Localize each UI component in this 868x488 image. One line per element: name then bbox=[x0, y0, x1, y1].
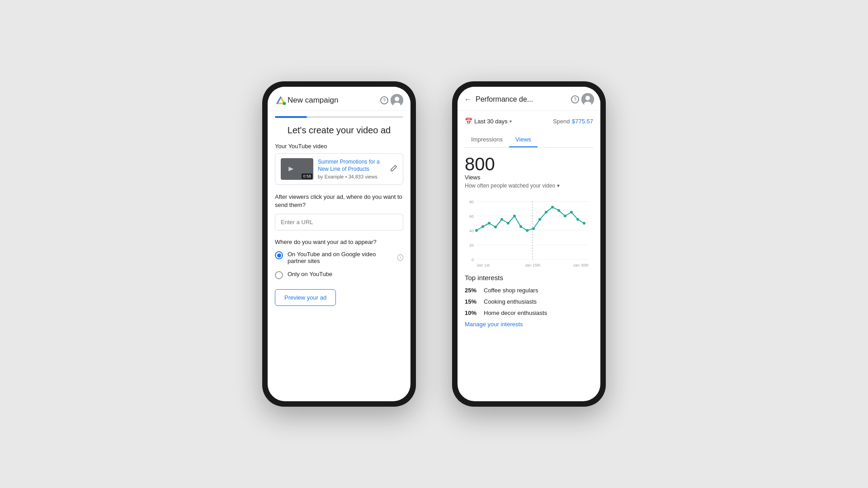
manage-interests-link[interactable]: Manage your interests bbox=[465, 321, 593, 328]
svg-point-33 bbox=[526, 229, 528, 232]
back-button[interactable]: ← bbox=[464, 95, 472, 104]
svg-text:0: 0 bbox=[472, 258, 474, 262]
video-title: Summer Promotions for a New Line of Prod… bbox=[318, 159, 390, 173]
progress-bar-fill bbox=[275, 116, 307, 118]
interest-name-2: Home decor enthusiasts bbox=[484, 310, 547, 316]
interest-row-0: 25% Coffee shop regulars bbox=[465, 287, 593, 294]
svg-point-29 bbox=[500, 218, 503, 221]
svg-point-37 bbox=[551, 206, 554, 208]
svg-text:20: 20 bbox=[469, 243, 474, 248]
interest-row-2: 10% Home decor enthusiasts bbox=[465, 310, 593, 316]
help-icon[interactable]: ? bbox=[378, 94, 391, 107]
phone2-title: Performance de... bbox=[476, 95, 565, 103]
tabs-row: Impressions Views bbox=[465, 132, 593, 148]
calendar-icon: 📅 bbox=[465, 117, 472, 125]
radio-unselected-icon[interactable] bbox=[275, 271, 283, 279]
spend-value: $775.57 bbox=[572, 118, 593, 125]
svg-point-12 bbox=[585, 96, 590, 100]
help-icon-2[interactable]: ? bbox=[569, 93, 581, 106]
svg-text:80: 80 bbox=[469, 200, 474, 204]
radio-option-youtube-google[interactable]: On YouTube and on Google video partner s… bbox=[275, 251, 403, 264]
progress-bar-container bbox=[268, 111, 410, 118]
metric-sub[interactable]: How often people watched your video ▾ bbox=[465, 183, 593, 189]
svg-point-36 bbox=[545, 211, 547, 214]
preview-ad-button[interactable]: Preview your ad bbox=[275, 289, 336, 306]
video-meta: by Example • 34,833 views bbox=[318, 174, 390, 179]
svg-point-25 bbox=[475, 229, 478, 232]
radio-selected-icon[interactable] bbox=[275, 251, 283, 259]
video-duration: 0:58 bbox=[302, 174, 312, 179]
youtube-section-label: Your YouTube video bbox=[275, 143, 403, 150]
svg-point-42 bbox=[583, 222, 585, 225]
phone1-header: New campaign ? bbox=[268, 87, 410, 111]
date-selector[interactable]: 📅 Last 30 days ▾ bbox=[465, 117, 512, 125]
radio-option-youtube-only[interactable]: Only on YouTube bbox=[275, 271, 403, 279]
top-interests-title: Top interests bbox=[465, 274, 593, 282]
date-label: Last 30 days bbox=[474, 118, 508, 125]
svg-text:?: ? bbox=[383, 98, 386, 103]
svg-point-34 bbox=[532, 227, 535, 230]
phone1-content: Let's create your video ad Your YouTube … bbox=[268, 118, 410, 401]
svg-point-27 bbox=[488, 222, 491, 225]
svg-line-1 bbox=[277, 97, 281, 103]
svg-text:Jan 30th: Jan 30th bbox=[573, 263, 589, 267]
interest-pct-0: 25% bbox=[465, 287, 479, 294]
video-card[interactable]: 0:58 Summer Promotions for a New Line of… bbox=[275, 153, 403, 185]
svg-point-31 bbox=[513, 215, 516, 217]
interest-pct-2: 10% bbox=[465, 310, 479, 316]
chevron-down-icon: ▾ bbox=[557, 183, 560, 189]
radio-label-youtube-only: Only on YouTube bbox=[288, 271, 332, 277]
svg-text:Jan 15th: Jan 15th bbox=[525, 263, 541, 267]
metric-number: 800 bbox=[465, 155, 593, 173]
tab-impressions[interactable]: Impressions bbox=[465, 132, 509, 147]
phone-new-campaign: New campaign ? Let's create bbox=[262, 81, 416, 407]
svg-text:Jan 1st: Jan 1st bbox=[476, 263, 490, 267]
chart-area: 80 60 40 20 0 bbox=[465, 195, 593, 267]
url-input[interactable] bbox=[275, 214, 403, 230]
phone1-title: New campaign bbox=[288, 96, 374, 105]
edit-icon[interactable] bbox=[390, 164, 397, 174]
svg-point-35 bbox=[538, 218, 541, 221]
spend-label: Spend bbox=[553, 118, 570, 125]
svg-point-30 bbox=[507, 222, 509, 225]
video-thumbnail: 0:58 bbox=[281, 158, 313, 180]
spend-section: Spend $775.57 bbox=[553, 117, 593, 125]
main-title: Let's create your video ad bbox=[275, 125, 403, 136]
svg-text:?: ? bbox=[574, 97, 576, 102]
svg-point-38 bbox=[557, 209, 560, 212]
google-ads-logo-icon bbox=[275, 94, 288, 107]
video-thumb-img bbox=[281, 158, 301, 180]
interest-pct-1: 15% bbox=[465, 298, 479, 305]
url-section-question: After viewers click your ad, where do yo… bbox=[275, 193, 403, 209]
svg-text:40: 40 bbox=[469, 229, 474, 233]
svg-point-41 bbox=[576, 218, 579, 221]
svg-point-0 bbox=[283, 102, 286, 105]
metric-label: Views bbox=[465, 174, 593, 181]
svg-point-5 bbox=[395, 97, 399, 101]
date-spend-row: 📅 Last 30 days ▾ Spend $775.57 bbox=[465, 117, 593, 125]
phone2-screen: ← Performance de... ? 📅 bbox=[458, 87, 600, 401]
svg-text:60: 60 bbox=[469, 214, 474, 219]
svg-point-32 bbox=[519, 225, 522, 228]
interest-name-0: Coffee shop regulars bbox=[484, 287, 538, 294]
phone2-content: 📅 Last 30 days ▾ Spend $775.57 Impressio… bbox=[458, 111, 600, 401]
svg-point-40 bbox=[570, 211, 573, 214]
progress-bar-background bbox=[275, 116, 403, 118]
appear-question: Where do you want your ad to appear? bbox=[275, 239, 403, 245]
radio-label-youtube-google: On YouTube and on Google video partner s… bbox=[288, 251, 403, 264]
user-avatar[interactable] bbox=[391, 94, 403, 107]
views-chart: 80 60 40 20 0 bbox=[465, 195, 593, 267]
phones-container: New campaign ? Let's create bbox=[262, 81, 606, 407]
video-info: Summer Promotions for a New Line of Prod… bbox=[318, 159, 390, 179]
phone1-screen: New campaign ? Let's create bbox=[268, 87, 410, 401]
dropdown-arrow-icon: ▾ bbox=[509, 119, 512, 124]
svg-point-26 bbox=[481, 225, 484, 228]
svg-point-39 bbox=[564, 215, 566, 217]
tab-views[interactable]: Views bbox=[509, 132, 537, 147]
phone-performance: ← Performance de... ? 📅 bbox=[452, 81, 606, 407]
phone2-header: ← Performance de... ? bbox=[458, 87, 600, 111]
svg-point-28 bbox=[494, 226, 497, 229]
interest-row-1: 15% Cooking enthusiasts bbox=[465, 298, 593, 305]
info-icon[interactable]: i bbox=[397, 254, 403, 261]
user-avatar-2[interactable] bbox=[581, 93, 594, 106]
